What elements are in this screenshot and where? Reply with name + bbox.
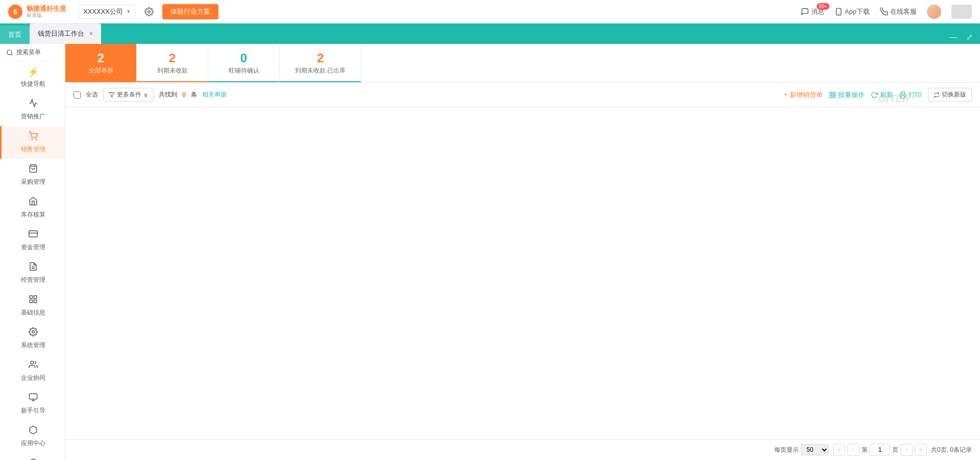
company-name: XXXXXX公司 (83, 7, 123, 16)
switch-label: 切换新版 (942, 90, 966, 99)
last-page-button[interactable]: » (915, 444, 927, 456)
batch-op-icon (829, 91, 836, 99)
page-size-label: 每页显示 (774, 446, 799, 454)
sidebar-item-finance[interactable]: 资金管理 (0, 224, 65, 257)
message-item[interactable]: 消息 99+ (801, 7, 824, 16)
switch-new-version-button[interactable]: 切换新版 (928, 88, 972, 102)
sidebar-item-app-center[interactable]: 应用中心 (0, 420, 65, 453)
svg-point-16 (32, 331, 35, 333)
sidebar-search[interactable]: 搜索菜单 (0, 44, 65, 61)
app-center-icon (29, 425, 38, 437)
page-input[interactable] (870, 444, 890, 456)
online-service-item[interactable]: 在线客服 (880, 7, 917, 16)
toolbar-left: 全选 更多条件 ∨ 共找到 0 条 相关单据 (74, 88, 779, 102)
svg-rect-22 (830, 92, 832, 94)
sidebar-item-marketing[interactable]: 营销推广 (0, 93, 65, 126)
select-all-checkbox[interactable] (74, 91, 81, 99)
sidebar-item-quick-nav[interactable]: ⚡ 快捷导航 (0, 61, 65, 93)
print-button[interactable]: 打印 (899, 90, 922, 100)
sidebar-label-app-center: 应用中心 (21, 439, 45, 448)
refresh-button[interactable]: 刷新 (871, 90, 893, 100)
more-filter-button[interactable]: 更多条件 ∨ (103, 88, 154, 102)
stat-label-wangwang: 旺辅待确认 (229, 66, 259, 75)
svg-line-4 (11, 54, 13, 55)
toolbar-right: + 新增销货单 批量操作 刷新 (784, 88, 972, 102)
footer: 每页显示 50 10 20 100 « ‹ 第 页 › » 共0页, 0条记录 (65, 439, 980, 460)
batch-op-label: 批量操作 (838, 90, 865, 100)
sidebar-item-purchase[interactable]: 采购管理 (0, 159, 65, 191)
tab-close-icon[interactable]: × (89, 30, 93, 37)
stat-card-all[interactable]: 2 全部单据 (65, 44, 137, 82)
svg-point-0 (148, 10, 151, 13)
refresh-icon (871, 91, 878, 99)
logo-subtitle: 标准版 (27, 12, 66, 18)
system-icon (29, 327, 38, 339)
sidebar-label-operations: 经营管理 (21, 276, 45, 284)
tab-minimize-icon[interactable]: — (947, 31, 959, 44)
stat-card-overdue-unstocked[interactable]: 2 到期未收款 已出库 (280, 44, 361, 82)
stat-num-all: 2 (97, 51, 104, 65)
stat-label-overdue-unpaid: 到期未收款 (157, 66, 188, 75)
page-suffix: 页 (892, 446, 898, 454)
found-unit: 条 (191, 90, 197, 99)
trial-button[interactable]: 体验行业方案 (162, 4, 218, 19)
page-size-select[interactable]: 50 10 20 100 (801, 444, 829, 455)
stats-row: 2 全部单据 2 到期未收款 0 旺辅待确认 2 到期未收款 已出库 (65, 44, 980, 83)
sidebar-item-sales[interactable]: 销售管理 (0, 126, 65, 159)
first-page-button[interactable]: « (833, 444, 845, 456)
next-page-button[interactable]: › (900, 444, 913, 456)
svg-point-3 (7, 50, 12, 54)
user-dropdown[interactable] (951, 5, 972, 19)
svg-rect-25 (830, 95, 832, 98)
sidebar-item-corp-coop[interactable]: 企业协同 (0, 355, 65, 388)
svg-rect-12 (30, 296, 32, 298)
tab-home[interactable]: 首页 (0, 26, 30, 44)
sidebar-item-operations[interactable]: 经营管理 (0, 257, 65, 289)
main-layout: 搜索菜单 ⚡ 快捷导航 营销推广 销售管理 (0, 44, 980, 460)
sidebar-item-guide[interactable]: 新手引导 (0, 388, 65, 420)
avatar-image (927, 5, 941, 19)
sidebar-item-system[interactable]: 系统管理 (0, 322, 65, 355)
top-header: 6 畅捷通好生意 标准版 XXXXXX公司 ▼ 体验行业方案 消息 99+ (0, 0, 980, 23)
sidebar-item-inventory[interactable]: 库存核算 (0, 191, 65, 224)
svg-rect-26 (901, 95, 905, 98)
svg-rect-13 (34, 296, 37, 298)
sidebar-label-quick-nav: 快捷导航 (21, 80, 45, 88)
sidebar-item-wechat[interactable]: 企业微信 (0, 453, 65, 460)
new-sale-label: + 新增销货单 (784, 90, 823, 100)
avatar[interactable] (927, 5, 941, 19)
batch-op-button[interactable]: 批量操作 (829, 90, 865, 100)
filter-icon (109, 92, 115, 98)
new-sale-button[interactable]: + 新增销货单 (784, 90, 823, 100)
stat-label-overdue-unstocked: 到期未收款 已出库 (295, 66, 346, 75)
stat-card-wangwang[interactable]: 0 旺辅待确认 (208, 44, 280, 82)
settings-icon[interactable] (141, 4, 157, 20)
sidebar-item-basic-info[interactable]: 基础信息 (0, 289, 65, 322)
tab-cashflow-workbench[interactable]: 钱货日清工作台 × (30, 23, 101, 44)
refresh-label: 刷新 (880, 90, 893, 100)
app-download-item[interactable]: App下载 (835, 7, 870, 16)
prev-page-button[interactable]: ‹ (847, 444, 860, 456)
sidebar-search-label: 搜索菜单 (16, 48, 41, 57)
logo-text: 畅捷通好生意 标准版 (27, 5, 66, 19)
sidebar-label-sales: 销售管理 (21, 145, 45, 154)
wechat-icon (29, 458, 38, 460)
print-icon (899, 91, 906, 99)
tab-expand-icon[interactable]: ⤢ (964, 30, 975, 44)
filter-chevron-icon: ∨ (143, 91, 148, 99)
stat-num-overdue-unstocked: 2 (317, 51, 324, 65)
company-selector[interactable]: XXXXXX公司 ▼ (79, 5, 136, 19)
sidebar-label-system: 系统管理 (21, 341, 45, 350)
stat-num-overdue-unpaid: 2 (169, 51, 176, 65)
related-orders-link[interactable]: 相关单据 (202, 90, 227, 99)
svg-rect-14 (34, 300, 37, 303)
svg-rect-15 (30, 300, 32, 303)
sales-icon (29, 131, 38, 143)
sidebar-label-guide: 新手引导 (21, 406, 45, 415)
sidebar-label-corp-coop: 企业协同 (21, 374, 45, 382)
sidebar-label-purchase: 采购管理 (21, 178, 45, 186)
stat-card-overdue-unpaid[interactable]: 2 到期未收款 (137, 44, 208, 82)
svg-rect-8 (29, 231, 38, 237)
switch-icon (934, 92, 940, 98)
found-count: 0 (182, 91, 186, 99)
